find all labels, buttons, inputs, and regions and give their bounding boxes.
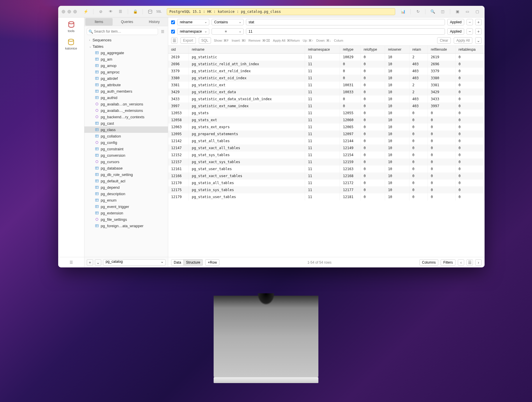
location-field[interactable]: PostgreSQL 15.1 : HK : katonice : pg_cat… [167,8,395,15]
table-item[interactable]: pg_constraint [84,146,168,152]
column-header[interactable]: relowner [385,46,409,54]
rail-settings-icon[interactable]: ☰ [58,257,84,267]
filter1-column[interactable]: relname [177,19,209,25]
column-header[interactable]: oid [168,46,189,54]
sidebar-filter-icon[interactable]: ☰ [160,29,166,34]
table-item[interactable]: pg_amproc [84,69,168,75]
apply-dropdown[interactable]: ⌄ [475,37,482,44]
table-item[interactable]: pg_db_role_setting [84,171,168,178]
filter1-op[interactable]: Contains [212,19,244,25]
column-header[interactable]: relfilenode [428,46,455,54]
prev-page-button[interactable]: ‹ [458,259,464,266]
split-icon[interactable]: ◫ [439,8,446,15]
tools-connection[interactable]: tools [68,21,75,33]
column-header[interactable]: reltype [340,46,361,54]
apply-all-button[interactable]: Apply All [454,37,472,44]
table-row[interactable]: 3429pg_statistic_ext_data111003301023429… [168,89,485,96]
list-icon[interactable]: ☰ [117,8,124,15]
table-item[interactable]: pg_availab…_extensions [84,107,168,114]
filter1-checkbox[interactable] [171,20,175,24]
table-row[interactable]: 12161pg_stat_user_tables1112163010000 [168,165,485,172]
panel-right-icon[interactable]: ▢ [474,8,481,15]
table-item[interactable]: pg_auth_members [84,88,168,94]
tab-history[interactable]: History [141,18,168,26]
table-item[interactable]: pg_cursors [84,158,168,165]
data-tab[interactable]: Data [171,259,184,266]
table-row[interactable]: 3381pg_statistic_ext1110031010233810 [168,82,485,89]
next-page-button[interactable]: › [475,259,482,266]
table-row[interactable]: 3433pg_statistic_ext_data_stxoid_inh_ind… [168,96,485,103]
table-item[interactable]: pg_aggregate [84,50,168,56]
more-button[interactable]: ⌄ [95,259,101,266]
sql-button[interactable]: SQL [199,37,211,44]
filter1-add[interactable]: + [475,19,482,25]
table-row[interactable]: 12053pg_stats1112055010000 [168,110,485,117]
chart-icon[interactable]: 📊 [399,8,407,15]
table-item[interactable]: pg_depend [84,184,168,191]
table-item[interactable]: pg_class [84,126,168,133]
table-row[interactable]: 12157pg_stat_xact_sys_tables111215901000… [168,158,485,165]
add-button[interactable]: + [87,259,93,266]
panel-left-icon[interactable]: ▣ [454,8,461,15]
table-row[interactable]: 12063pg_stats_ext_exprs1112065010000 [168,124,485,131]
table-item[interactable]: pg_attrdef [84,75,168,82]
panel-bottom-icon[interactable]: ▭ [464,8,471,15]
lock-icon[interactable]: 🔒 [132,8,139,15]
column-header[interactable]: reltablespa [455,46,484,54]
table-row[interactable]: 12147pg_stat_xact_all_tables111214901000… [168,144,485,151]
data-grid[interactable]: oidrelnamerelnamespacereltypereloftypere… [168,46,485,257]
schema-select[interactable]: pg_catalog [103,259,166,266]
column-header[interactable]: relname [189,46,305,54]
columns-button[interactable]: Columns [419,259,438,266]
group-sequences[interactable]: ›Sequences [84,37,168,43]
table-row[interactable]: 2696pg_statistic_relid_att_inh_index1100… [168,61,485,68]
search-icon[interactable]: 🔍 [429,8,437,15]
table-row[interactable]: 3997pg_statistic_ext_name_index110010403… [168,103,485,110]
table-row[interactable]: 12142pg_stat_all_tables1112144010000 [168,137,485,144]
table-row[interactable]: 3379pg_statistic_ext_relid_index11001040… [168,68,485,75]
close-window-button[interactable] [62,10,65,13]
stop-icon[interactable]: ⊘ [97,8,104,15]
table-row[interactable]: 12175pg_statio_sys_tables1112177010000 [168,186,485,193]
table-item[interactable]: pg_database [84,165,168,171]
filter2-value[interactable] [246,28,445,35]
table-item[interactable]: pg_availab…on_versions [84,101,168,107]
table-item[interactable]: pg_file_settings [84,216,168,223]
clear-button[interactable]: Clear [437,37,451,44]
bolt-icon[interactable]: ⚡ [82,8,90,15]
table-item[interactable]: pg_backend…ry_contexts [84,114,168,120]
table-item[interactable]: pg_amop [84,62,168,69]
table-row[interactable]: 12152pg_stat_sys_tables1112154010000 [168,151,485,158]
filter2-add[interactable]: + [475,28,482,35]
refresh-icon[interactable]: ↻ [414,8,422,15]
filter2-column[interactable]: relnamespace [177,28,209,35]
export-button[interactable]: Export [180,37,196,44]
structure-tab[interactable]: Structure [184,259,203,266]
table-row[interactable]: 12179pg_statio_user_tables1112181010000 [168,193,485,200]
page-options-icon[interactable]: ☰ [467,259,473,266]
table-row[interactable]: 2619pg_statistic1110029010226190 [168,54,485,61]
table-item[interactable]: pg_foreign…ata_wrapper [84,223,168,229]
table-item[interactable]: pg_default_acl [84,178,168,184]
table-item[interactable]: pg_event_trigger [84,203,168,210]
table-item[interactable]: pg_enum [84,197,168,203]
table-item[interactable]: pg_attribute [84,82,168,88]
filter2-checkbox[interactable] [171,30,175,34]
table-item[interactable]: pg_description [84,191,168,197]
table-row[interactable]: 12058pg_stats_ext1112060010000 [168,117,485,124]
minimize-window-button[interactable] [68,10,71,13]
table-item[interactable]: pg_conversion [84,152,168,158]
filter2-remove[interactable]: − [467,28,473,35]
table-row[interactable]: 12095pg_prepared_statements1112097010000 [168,131,485,137]
group-tables[interactable]: ⌄Tables [84,43,168,50]
eye-icon[interactable]: 👁 [107,8,114,15]
column-header[interactable]: relnamespace [305,46,340,54]
filter2-op[interactable]: = [212,28,244,35]
add-row-button[interactable]: + Row [205,259,219,266]
column-header[interactable]: reloftype [361,46,385,54]
zoom-window-button[interactable] [73,10,77,13]
table-row[interactable]: 12170pg_statio_all_tables1112172010000 [168,179,485,186]
filter1-value[interactable] [246,19,445,25]
sidebar-search-input[interactable] [87,28,158,35]
table-item[interactable]: pg_cast [84,120,168,126]
